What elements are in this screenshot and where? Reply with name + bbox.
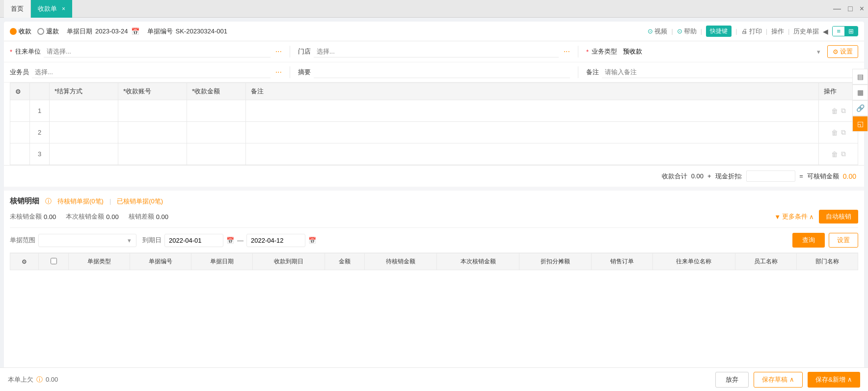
cal-to-icon[interactable]: 📅 [308, 237, 316, 244]
row-note-cell[interactable] [246, 100, 819, 122]
date-from-input[interactable] [164, 234, 223, 247]
verify-info-icon[interactable]: ⓘ [45, 197, 52, 206]
tab-home[interactable]: 首页 [4, 0, 31, 18]
sidebar-icon-3[interactable]: 🔗 [852, 100, 868, 116]
select-all-checkbox[interactable] [51, 258, 57, 264]
bottom-col-2: 单据类型 [69, 253, 130, 270]
done-tab-link[interactable]: 已核销单据(0笔) [117, 197, 163, 206]
note-input[interactable] [602, 66, 858, 78]
bottom-col-1[interactable] [38, 253, 69, 270]
gear-icon: ⚙ [833, 48, 839, 56]
table-col-settings[interactable]: ⚙ [10, 83, 30, 100]
note-label: 备注 [586, 68, 599, 77]
staff-more-icon[interactable]: ··· [275, 68, 282, 77]
help-btn[interactable]: ⊙ 帮助 [677, 27, 697, 36]
range-select[interactable]: ▾ [38, 234, 136, 247]
refund-radio[interactable]: 退款 [37, 27, 59, 36]
sidebar-icon-1[interactable]: ▤ [852, 69, 868, 84]
sep2: | [701, 28, 702, 35]
date-field: 单据日期 2023-03-24 📅 [67, 27, 139, 36]
biz-value: 预收款 [620, 47, 814, 56]
row-amount-cell[interactable] [187, 143, 246, 165]
row-num-cell: 1 [30, 100, 50, 122]
tab-close-icon[interactable]: × [62, 5, 65, 12]
table-col-note: 备注 [246, 83, 819, 100]
row-note-cell[interactable] [246, 122, 819, 143]
current-label: 本次核销金额 [66, 212, 104, 221]
copy-icon[interactable]: ⧉ [841, 150, 846, 158]
query-btn[interactable]: 查询 [792, 233, 825, 248]
biz-dropdown-icon[interactable]: ▾ [817, 48, 820, 56]
pending-tab-link[interactable]: 待核销单据(0笔) [57, 197, 104, 206]
more-conditions-btn[interactable]: ▼ 更多条件 ∧ [774, 212, 814, 221]
verify-section: 核销明细 ⓘ 待核销单据(0笔) | 已核销单据(0笔) 未核销金额 0.00 … [4, 191, 864, 276]
sidebar-icon-2[interactable]: ▦ [852, 84, 868, 100]
divider3 [290, 66, 290, 78]
table-row: 3 🗑 ⧉ [10, 143, 858, 165]
abandon-btn[interactable]: 放弃 [715, 372, 749, 388]
settings-btn[interactable]: ⚙ 设置 [827, 45, 858, 58]
delete-icon[interactable]: 🗑 [831, 107, 838, 115]
row-amount-cell[interactable] [187, 100, 246, 122]
tab-active[interactable]: 收款单 × [31, 0, 72, 18]
partner-input[interactable] [44, 46, 271, 57]
copy-icon[interactable]: ⧉ [841, 107, 846, 115]
summary-field: 摘要 [298, 66, 570, 78]
row-payment-cell[interactable] [50, 122, 118, 143]
receipt-radio-dot [10, 28, 17, 35]
auto-verify-btn[interactable]: 自动核销 [819, 210, 858, 223]
staff-label: 业务员 [10, 68, 29, 77]
minimize-btn[interactable]: — [833, 4, 841, 13]
draft-btn[interactable]: 保存草稿 ∧ [754, 372, 803, 388]
row-account-cell[interactable] [118, 143, 187, 165]
row-payment-cell[interactable] [50, 143, 118, 165]
prev-info-icon[interactable]: ⓘ [36, 375, 43, 384]
receipt-radio[interactable]: 收款 [10, 27, 31, 36]
copy-icon[interactable]: ⧉ [841, 128, 846, 137]
row-settings-cell [10, 122, 30, 143]
sidebar-icon-4[interactable]: ◱ [852, 116, 868, 132]
ops-btn[interactable]: 操作 [771, 27, 784, 36]
partner-more-icon[interactable]: ··· [275, 47, 282, 56]
staff-input[interactable] [32, 66, 271, 78]
date-to-input[interactable] [246, 234, 305, 247]
set-btn[interactable]: 设置 [829, 233, 858, 248]
sep4: | [766, 28, 767, 35]
current-value: 0.00 [106, 213, 118, 221]
store-more-icon[interactable]: ··· [564, 47, 570, 56]
delete-icon[interactable]: 🗑 [831, 129, 838, 137]
bottom-col-0[interactable]: ⚙ [10, 253, 39, 270]
date-separator: — [237, 237, 244, 244]
row-account-cell[interactable] [118, 122, 187, 143]
view-grid-btn[interactable]: ⊞ [844, 27, 858, 36]
history-btn[interactable]: 历史单据 [793, 27, 819, 36]
close-btn[interactable]: × [860, 4, 864, 13]
summary-input[interactable] [314, 66, 570, 78]
print-btn[interactable]: 🖨 打印 [741, 27, 762, 36]
number-value[interactable]: SK-20230324-001 [176, 28, 228, 35]
table-row: 2 🗑 ⧉ [10, 122, 858, 143]
cal-from-icon[interactable]: 📅 [226, 237, 234, 244]
biz-label: 业务类型 [592, 47, 617, 56]
sep3: | [735, 28, 737, 35]
row-payment-cell[interactable] [50, 100, 118, 122]
row-account-cell[interactable] [118, 100, 187, 122]
store-input[interactable] [314, 46, 559, 57]
maximize-btn[interactable]: □ [848, 4, 853, 13]
calc-total-label: 收款合计 [662, 172, 687, 181]
delete-icon[interactable]: 🗑 [831, 150, 838, 158]
row-note-cell[interactable] [246, 143, 819, 165]
nav-prev[interactable]: ◀ [823, 28, 828, 35]
video-btn[interactable]: ⊙ 视频 [648, 27, 667, 36]
verify-header: 核销明细 ⓘ 待核销单据(0笔) | 已核销单据(0笔) [10, 196, 858, 206]
note-field: 备注 [586, 66, 858, 78]
shortcut-btn[interactable]: 快捷键 [706, 26, 732, 37]
sep5: | [788, 28, 789, 35]
date-cal-icon[interactable]: 📅 [131, 28, 139, 35]
view-list-btn[interactable]: ≡ [833, 27, 844, 36]
row-amount-cell[interactable] [187, 122, 246, 143]
date-label: 单据日期 [67, 27, 92, 36]
save-new-btn[interactable]: 保存&新增 ∧ [808, 372, 860, 388]
date-value[interactable]: 2023-03-24 [95, 28, 128, 35]
calc-discount-input[interactable] [746, 170, 795, 182]
